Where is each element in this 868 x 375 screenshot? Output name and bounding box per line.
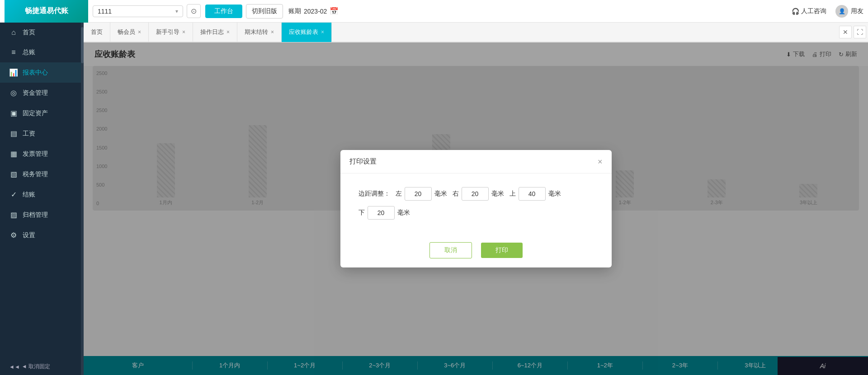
- modal-overlay: 打印设置 × 边距调整： 左 毫米 右: [84, 42, 868, 375]
- tab-period-end-label: 期末结转: [245, 28, 268, 36]
- left-margin-input[interactable]: [405, 187, 432, 201]
- bottom-margin-input[interactable]: [368, 206, 395, 220]
- tab-guide-label: 新手引导: [156, 28, 179, 36]
- company-name: 1111: [98, 8, 172, 15]
- tab-member-label: 畅会员: [118, 28, 135, 36]
- sidebar-item-label: 固定资产: [23, 109, 48, 117]
- sidebar-item-label: 设置: [23, 231, 35, 239]
- bottom-unit: 毫米: [397, 209, 410, 217]
- sidebar-item-label: 归档管理: [23, 211, 48, 219]
- modal-close-button[interactable]: ×: [598, 158, 603, 166]
- print-settings-modal: 打印设置 × 边距调整： 左 毫米 右: [340, 150, 612, 267]
- sidebar-item-label: 报表中心: [23, 69, 48, 77]
- bottom-margin-group: 下 毫米: [359, 206, 410, 220]
- left-prefix: 左: [396, 190, 402, 198]
- sidebar-item-home[interactable]: ⌂ 首页: [0, 23, 84, 42]
- tab-guide-close[interactable]: ×: [182, 29, 185, 35]
- sidebar-item-checkout[interactable]: ✓ 结账: [0, 184, 84, 205]
- top-unit: 毫米: [548, 190, 561, 198]
- tab-ar-aging-close[interactable]: ×: [321, 29, 324, 35]
- right-area: 🎧 人工咨询 👤 用友: [792, 5, 863, 18]
- right-prefix: 右: [453, 190, 459, 198]
- workbench-button[interactable]: 工作台: [205, 5, 242, 18]
- tab-operations-log-close[interactable]: ×: [226, 29, 230, 35]
- chevron-down-icon: ▾: [175, 8, 178, 14]
- sidebar-item-label: 资金管理: [23, 89, 48, 97]
- copy-button[interactable]: ⊙: [187, 4, 201, 18]
- modal-footer: 取消 打印: [340, 233, 612, 267]
- report-icon: 📊: [9, 68, 18, 77]
- sidebar-item-label: 工资: [23, 130, 35, 138]
- margin-label: 边距调整：: [359, 190, 390, 198]
- sidebar-item-label: 首页: [23, 28, 35, 37]
- headset-icon: 🎧: [792, 8, 799, 15]
- right-margin-group: 右 毫米: [453, 187, 504, 201]
- tab-ar-aging[interactable]: 应收账龄表 ×: [282, 23, 332, 42]
- tab-home[interactable]: 首页: [84, 23, 110, 42]
- tab-member-close[interactable]: ×: [138, 29, 141, 35]
- sidebar-item-label: 税务管理: [23, 170, 48, 178]
- checkout-icon: ✓: [9, 190, 18, 199]
- sidebar-item-fixed-assets[interactable]: ▣ 固定资产: [0, 103, 84, 123]
- right-margin-input[interactable]: [462, 187, 489, 201]
- page-content: 应收账龄表 ⬇ 下载 🖨 打印 ↻ 刷新: [84, 42, 868, 375]
- left-margin-group: 左 毫米: [396, 187, 447, 201]
- tab-home-label: 首页: [91, 28, 103, 36]
- sidebar-item-general-ledger[interactable]: ≡ 总账: [0, 42, 84, 62]
- switch-version-button[interactable]: 切到旧版: [246, 4, 283, 19]
- confirm-print-button[interactable]: 打印: [481, 243, 523, 258]
- close-tab-button[interactable]: ✕: [839, 26, 852, 38]
- top-header: 畅捷通易代账 1111 ▾ ⊙ 工作台 切到旧版 账期 2023-02 📅 🎧 …: [0, 0, 868, 23]
- sidebar-item-archive-management[interactable]: ▨ 归档管理: [0, 205, 84, 225]
- avatar: 👤: [835, 5, 848, 18]
- account-period-prefix: 账期: [288, 7, 301, 15]
- sidebar: ⌂ 首页 ≡ 总账 📊 报表中心 ◎ 资金管理 ▣ 固定资产 ▤ 工资 ▦ 发票…: [0, 23, 84, 375]
- user-label: 用友: [851, 7, 863, 15]
- calendar-icon[interactable]: 📅: [330, 7, 339, 15]
- modal-header: 打印设置 ×: [340, 150, 612, 173]
- sidebar-item-label: 结账: [23, 191, 35, 199]
- logo-area: 畅捷通易代账: [5, 0, 88, 23]
- modal-title: 打印设置: [349, 157, 377, 166]
- invoice-icon: ▦: [9, 150, 18, 158]
- assets-icon: ▣: [9, 109, 18, 117]
- maximize-tab-button[interactable]: ⛶: [854, 26, 866, 38]
- top-margin-input[interactable]: [519, 187, 546, 201]
- tab-guide[interactable]: 新手引导 ×: [149, 23, 193, 42]
- sidebar-item-fund-management[interactable]: ◎ 资金管理: [0, 83, 84, 103]
- tab-operations-log-label: 操作日志: [200, 28, 224, 36]
- sidebar-item-report-center[interactable]: 📊 报表中心: [0, 62, 84, 83]
- user-area[interactable]: 👤 用友: [835, 5, 863, 18]
- account-period: 账期 2023-02 📅: [288, 7, 339, 15]
- sidebar-item-label: 发票管理: [23, 150, 48, 158]
- top-margin-group: 上 毫米: [509, 187, 561, 201]
- home-icon: ⌂: [9, 28, 18, 37]
- archive-icon: ▨: [9, 211, 18, 219]
- logo-text: 畅捷通易代账: [25, 6, 68, 16]
- account-period-value: 2023-02: [304, 8, 327, 15]
- tab-right-buttons: ✕ ⛶: [839, 26, 868, 38]
- sidebar-item-settings[interactable]: ⚙ 设置: [0, 225, 84, 245]
- tab-member[interactable]: 畅会员 ×: [110, 23, 149, 42]
- tab-ar-aging-label: 应收账龄表: [289, 28, 318, 36]
- tab-operations-log[interactable]: 操作日志 ×: [193, 23, 237, 42]
- tab-period-end[interactable]: 期末结转 ×: [237, 23, 282, 42]
- tax-icon: ▧: [9, 170, 18, 178]
- content-area: 首页 畅会员 × 新手引导 × 操作日志 × 期末结转 × 应收账龄表 ×: [84, 23, 868, 375]
- company-selector[interactable]: 1111 ▾: [93, 5, 183, 17]
- consult-link[interactable]: 🎧 人工咨询: [792, 7, 826, 15]
- collapse-icon: ◄◄: [9, 364, 20, 370]
- tab-period-end-close[interactable]: ×: [271, 29, 274, 35]
- sidebar-item-payroll[interactable]: ▤ 工资: [0, 123, 84, 144]
- sidebar-collapse-button[interactable]: ◄◄ ◄ 取消固定: [0, 358, 84, 375]
- cancel-button[interactable]: 取消: [429, 242, 472, 258]
- margin-row: 边距调整： 左 毫米 右 毫米: [359, 187, 594, 220]
- sidebar-item-label: 总账: [23, 48, 35, 56]
- fund-icon: ◎: [9, 89, 18, 97]
- settings-icon: ⚙: [9, 231, 18, 239]
- payroll-icon: ▤: [9, 129, 18, 138]
- sidebar-item-tax-management[interactable]: ▧ 税务管理: [0, 164, 84, 184]
- sidebar-item-invoice-management[interactable]: ▦ 发票管理: [0, 144, 84, 164]
- tab-bar: 首页 畅会员 × 新手引导 × 操作日志 × 期末结转 × 应收账龄表 ×: [84, 23, 868, 42]
- collapse-label: ◄ 取消固定: [22, 363, 50, 370]
